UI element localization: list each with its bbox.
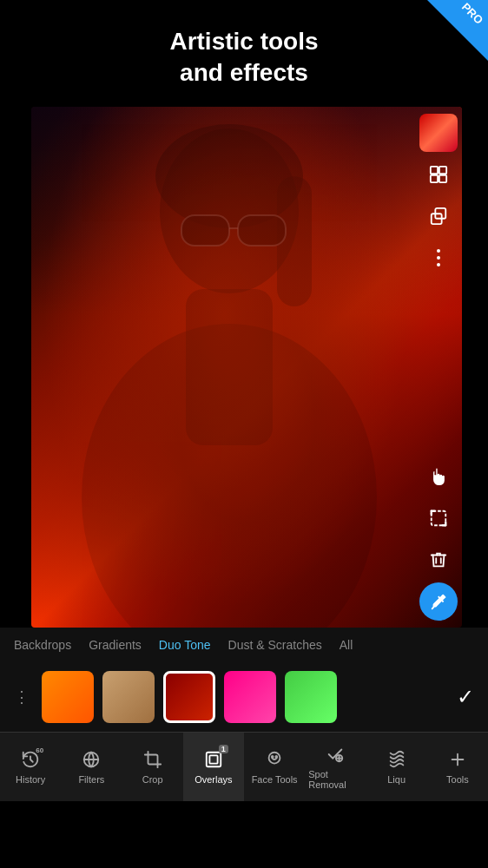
swatch-orange[interactable] [42, 671, 94, 723]
history-label: History [16, 774, 45, 785]
duplicate-icon-button[interactable] [419, 197, 458, 235]
overlays-badge: 1 [219, 745, 228, 753]
transform-icon-button[interactable] [419, 499, 458, 537]
color-swatch-button[interactable] [419, 114, 458, 152]
filters-icon [80, 748, 102, 771]
nav-item-liqu[interactable]: Liqu [366, 733, 427, 801]
swatch-red[interactable] [163, 671, 215, 723]
filter-swatches: ⋮ ✓ [0, 662, 488, 732]
svg-rect-9 [439, 167, 445, 174]
overlays-icon: 1 [202, 748, 225, 771]
spot-removal-label: Spot Removal [308, 769, 362, 790]
delete-icon-button[interactable] [419, 541, 458, 579]
nav-item-filters[interactable]: Filters [61, 733, 122, 801]
svg-rect-8 [430, 167, 437, 174]
bottom-nav: 60 History Filters Crop [0, 732, 488, 801]
nav-item-overlays[interactable]: 1 Overlays [183, 733, 244, 801]
swatch-green[interactable] [285, 671, 337, 723]
tools-label: Tools [446, 774, 469, 785]
filter-tab-all[interactable]: All [340, 636, 353, 654]
svg-rect-5 [181, 215, 229, 246]
filters-label: Filters [78, 774, 104, 785]
filter-tabs: Backdrops Gradients Duo Tone Dust & Scra… [0, 628, 488, 662]
swatch-pink[interactable] [224, 671, 276, 723]
mask-icon-button[interactable] [419, 155, 458, 194]
svg-rect-10 [430, 175, 437, 182]
swatch-tan[interactable] [102, 671, 155, 723]
header: Artistic toolsand effects [0, 0, 488, 107]
main-image-container [31, 107, 462, 628]
svg-rect-22 [209, 756, 217, 764]
filter-tab-duotone[interactable]: Duo Tone [159, 636, 211, 654]
move-icon-button[interactable] [419, 457, 458, 496]
page-title: Artistic toolsand effects [17, 26, 471, 89]
svg-rect-14 [431, 511, 445, 526]
svg-point-2 [82, 324, 377, 628]
spot-removal-icon [324, 743, 346, 766]
eyedropper-icon-button[interactable] [419, 582, 458, 621]
nav-item-tools[interactable]: Tools [427, 733, 488, 801]
nav-item-face-tools[interactable]: Face Tools [244, 733, 305, 801]
svg-rect-21 [207, 753, 221, 767]
liqu-icon [386, 748, 408, 771]
right-toolbar [414, 107, 462, 628]
nav-item-history[interactable]: 60 History [0, 733, 61, 801]
crop-icon [142, 748, 164, 771]
liqu-label: Liqu [387, 774, 406, 785]
overlays-label: Overlays [195, 774, 232, 785]
face-tools-icon [263, 748, 286, 771]
filter-tab-backdrops[interactable]: Backdrops [14, 636, 71, 654]
crop-label: Crop [142, 774, 163, 785]
svg-point-24 [272, 756, 274, 758]
swatch-confirm-button[interactable]: ✓ [457, 685, 474, 709]
history-badge: 60 [36, 746, 43, 754]
swatches-more-button[interactable]: ⋮ [14, 687, 30, 707]
filter-tab-dust[interactable]: Dust & Scratches [228, 636, 322, 654]
svg-point-23 [269, 753, 280, 764]
nav-item-spot-removal[interactable]: Spot Removal [305, 733, 366, 801]
svg-rect-11 [439, 175, 445, 182]
nav-item-crop[interactable]: Crop [122, 733, 183, 801]
svg-point-25 [276, 756, 278, 758]
filter-tab-gradients[interactable]: Gradients [89, 636, 142, 654]
pro-badge-text: PRO [459, 0, 486, 27]
svg-rect-6 [238, 215, 286, 246]
main-image [31, 107, 462, 628]
history-icon: 60 [19, 748, 42, 771]
tools-icon [446, 748, 469, 771]
more-options-button[interactable] [419, 239, 458, 277]
face-tools-label: Face Tools [252, 774, 298, 785]
